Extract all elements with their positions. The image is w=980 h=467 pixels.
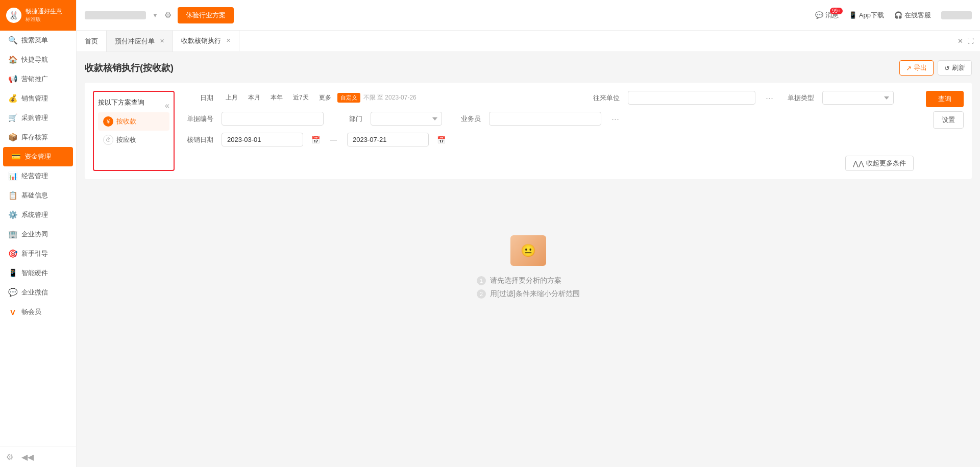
query-type-panel: 按以下方案查询 « ¥ 按收款 ⏱ 按应收 [93,91,175,171]
sidebar-item-vip[interactable]: V 畅会员 [0,302,76,322]
tab-writeoff[interactable]: 收款核销执行 ✕ [173,31,239,52]
guide-icon: 🎯 [8,249,17,258]
date-no-limit: 不限 至 2023-07-26 [363,93,416,102]
message-icon: 💬 [815,11,823,19]
page-header-actions: ↗ 导出 ↺ 刷新 [899,60,972,76]
empty-step-1-text: 请先选择要分析的方案 [490,276,561,285]
solution-button[interactable]: 休验行业方案 [178,7,234,23]
query-type-title: 按以下方案查询 [98,98,144,107]
tab-close-icon[interactable]: ✕ [226,37,231,44]
settings-icon[interactable]: ⚙ [6,452,13,462]
sidebar-item-purchase[interactable]: 🛒 采购管理 [0,108,76,128]
tab-close-all-icon[interactable]: ✕ [958,37,963,45]
partner-input[interactable] [628,91,755,105]
filter-actions-col: 查询 设置 [926,91,964,129]
system-icon: ⚙️ [8,210,17,219]
sidebar-item-quick-nav[interactable]: 🏠 快捷导航 [0,50,76,69]
filter-row-2: 单据编号 部门 业务员 ··· [183,112,914,126]
step-1-badge: 1 [477,276,486,285]
doc-no-input[interactable] [222,112,324,126]
sidebar-item-label: 基础信息 [21,191,48,200]
query-option-by-receivable[interactable]: ⏱ 按应收 [98,131,169,149]
by-receivable-label: 按应收 [116,135,136,144]
quick-nav-icon: 🏠 [8,55,17,64]
sidebar-item-label: 采购管理 [21,113,48,122]
sidebar-item-marketing[interactable]: 📢 营销推广 [0,69,76,89]
sidebar-item-finance[interactable]: 💳 资金管理 [3,147,73,166]
vip-icon: V [8,308,17,316]
empty-text-list: 1 请先选择要分析的方案 2 用[过滤]条件来缩小分析范围 [477,276,580,299]
tab-prepay[interactable]: 预付冲应付单 ✕ [107,31,173,52]
sidebar-item-operation[interactable]: 📊 经营管理 [0,166,76,186]
sidebar-item-smart-hw[interactable]: 📱 智能硬件 [0,263,76,283]
collapse-more-label: 收起更多条件 [866,159,906,168]
sidebar-item-guide[interactable]: 🎯 新手引导 [0,244,76,263]
gear-icon[interactable]: ⚙ [164,10,172,20]
sales-icon: 💰 [8,94,17,103]
sidebar-item-basic-info[interactable]: 📋 基础信息 [0,186,76,205]
page-title: 收款核销执行(按收款) [85,62,174,74]
sidebar-item-system[interactable]: ⚙️ 系统管理 [0,205,76,225]
sidebar-item-label: 企业协同 [21,230,48,239]
empty-step-2-text: 用[过滤]条件来缩小分析范围 [490,289,580,299]
export-button[interactable]: ↗ 导出 [899,60,934,76]
sidebar-item-label: 营销推广 [21,75,48,84]
calendar-end-icon[interactable]: 📅 [437,136,446,144]
refresh-button[interactable]: ↺ 刷新 [938,60,972,76]
tab-close-icon[interactable]: ✕ [160,38,164,44]
query-option-by-receipt[interactable]: ¥ 按收款 [98,112,169,131]
date-custom-badge[interactable]: 自定义 [337,93,360,103]
partner-dots-icon[interactable]: ··· [764,93,775,103]
date-shortcut-this-year[interactable]: 本年 [266,92,287,104]
topbar: ▼ ⚙ 休验行业方案 💬 消息 99+ 📱 App下载 🎧 在线客服 [77,0,980,31]
sidebar-item-sales[interactable]: 💰 销售管理 [0,89,76,108]
date-shortcut-this-month[interactable]: 本月 [244,92,264,104]
sidebar-item-enterprise[interactable]: 🏢 企业协同 [0,225,76,244]
by-receipt-label: 按收款 [116,117,136,126]
sidebar-item-label: 资金管理 [24,152,51,161]
write-off-start-input[interactable] [222,133,303,146]
partner-label: 往来单位 [589,93,620,103]
by-receipt-icon: ¥ [103,116,113,127]
logo-sub: 标准版 [26,16,62,23]
logo-name: 畅捷通好生意 [26,8,62,16]
tab-expand-icon[interactable]: ⛶ [967,37,974,45]
sidebar-item-label: 搜索菜单 [21,36,48,45]
sidebar-item-label: 企业微信 [21,288,48,297]
query-button[interactable]: 查询 [926,91,964,107]
write-off-date-label: 核销日期 [183,135,213,144]
date-shortcut-last-month[interactable]: 上月 [222,92,242,104]
date-shortcut-group: 上月 本月 本年 近7天 更多 自定义 不限 至 2023-07-26 [222,92,581,104]
sidebar-item-wechat[interactable]: 💬 企业微信 [0,283,76,302]
smart-hw-icon: 📱 [8,268,17,278]
step-2-badge: 2 [477,289,486,299]
message-item[interactable]: 💬 消息 99+ [815,11,839,20]
empty-step-2: 2 用[过滤]条件来缩小分析范围 [477,289,580,299]
dept-select[interactable] [371,112,442,126]
online-service-icon: 🎧 [894,11,902,19]
dropdown-arrow-icon[interactable]: ▼ [152,12,158,19]
finance-icon: 💳 [11,152,20,161]
write-off-end-input[interactable] [347,133,429,146]
tab-label: 首页 [85,37,98,46]
export-icon: ↗ [906,64,912,72]
app-download-item[interactable]: 📱 App下载 [849,11,884,20]
sidebar-item-label: 经营管理 [21,171,48,181]
settings-button[interactable]: 设置 [933,111,964,129]
tabbar: 首页 预付冲应付单 ✕ 收款核销执行 ✕ ✕ ⛶ [77,31,980,52]
date-shortcut-7days[interactable]: 近7天 [289,92,313,104]
online-service-item[interactable]: 🎧 在线客服 [894,11,931,20]
collapse-more-button[interactable]: ⋀⋀ 收起更多条件 [845,156,914,171]
app-name-blurred [85,11,146,19]
filter-row-3: 核销日期 📅 — 📅 [183,133,914,146]
date-shortcut-more[interactable]: 更多 [315,92,335,104]
collapse-query-panel-icon[interactable]: « [165,100,169,110]
calendar-start-icon[interactable]: 📅 [311,136,320,144]
staff-input[interactable] [489,112,601,126]
sidebar-item-search-menu[interactable]: 🔍 搜索菜单 [0,31,76,50]
collapse-sidebar-icon[interactable]: ◀◀ [21,452,34,462]
tab-home[interactable]: 首页 [77,31,107,52]
staff-dots-icon[interactable]: ··· [609,114,621,124]
doc-type-select[interactable] [822,91,894,105]
sidebar-item-inventory[interactable]: 📦 库存核算 [0,128,76,147]
